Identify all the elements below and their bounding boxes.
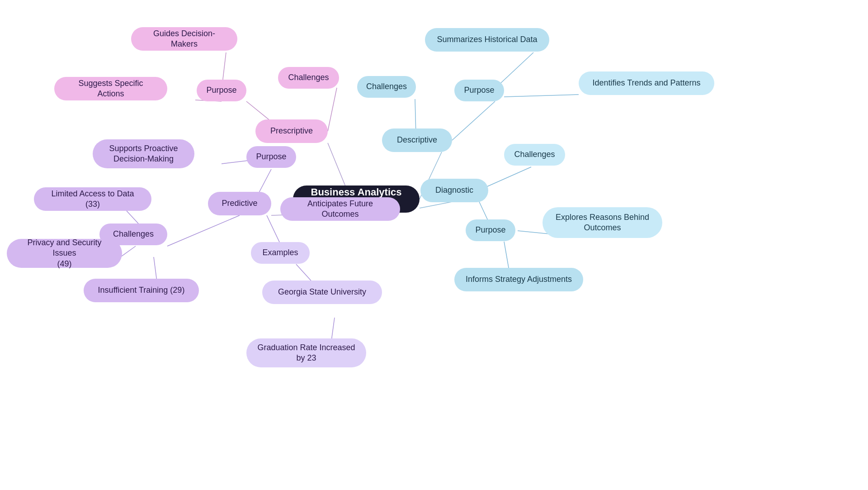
predictive-node: Predictive — [208, 192, 271, 215]
diagnostic-node: Diagnostic — [420, 179, 488, 202]
svg-line-3 — [420, 202, 452, 208]
svg-line-5 — [328, 88, 337, 131]
anticipates-node: Anticipates Future Outcomes — [280, 197, 400, 221]
diagnostic-challenges-node: Challenges — [504, 144, 565, 166]
mind-map: Business Analytics Types Prescriptive Pu… — [0, 0, 868, 490]
descriptive-node: Descriptive — [382, 128, 452, 152]
diagnostic-purpose-node: Purpose — [466, 219, 515, 241]
suggests-actions-node: Suggests Specific Actions — [54, 77, 167, 100]
privacy-security-node: Privacy and Security Issues (49) — [7, 239, 122, 268]
georgia-state-node: Georgia State University — [262, 281, 382, 304]
predictive-purpose-node: Purpose — [246, 146, 296, 168]
graduation-rate-node: Graduation Rate Increased by 23 — [246, 338, 366, 367]
limited-access-node: Limited Access to Data (33) — [34, 187, 151, 211]
prescriptive-purpose-node: Purpose — [197, 80, 246, 101]
informs-strategy-node: Informs Strategy Adjustments — [454, 268, 583, 291]
prescriptive-challenges-node: Challenges — [278, 67, 339, 89]
summarizes-node: Summarizes Historical Data — [425, 28, 549, 52]
identifies-trends-node: Identifies Trends and Patterns — [579, 71, 714, 95]
supports-proactive-node: Supports Proactive Decision-Making — [93, 139, 194, 168]
descriptive-purpose-node: Purpose — [454, 80, 504, 101]
descriptive-challenges-node: Challenges — [357, 76, 416, 98]
svg-line-18 — [452, 101, 495, 140]
explores-reasons-node: Explores Reasons Behind Outcomes — [542, 207, 662, 238]
guides-decision-node: Guides Decision-Makers — [131, 27, 237, 51]
svg-line-14 — [167, 215, 240, 246]
svg-line-21 — [504, 95, 579, 97]
examples-node: Examples — [251, 242, 310, 264]
prescriptive-node: Prescriptive — [255, 119, 328, 143]
insufficient-training-node: Insufficient Training (29) — [84, 279, 199, 302]
